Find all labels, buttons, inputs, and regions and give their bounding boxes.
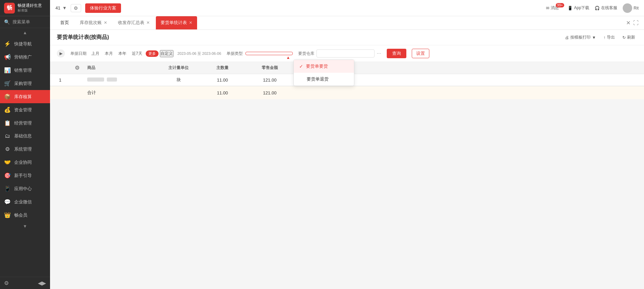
- type-filter-select[interactable]: [245, 52, 293, 55]
- export-label: 导出: [607, 35, 615, 40]
- online-service-label: 在线客服: [601, 5, 617, 11]
- search-menu[interactable]: 🔍 搜索菜单: [0, 16, 50, 28]
- tab-batch-account[interactable]: 库存批次账 ✕: [75, 16, 112, 29]
- row-qty: 11.00: [199, 77, 246, 83]
- tab-order-stats-close[interactable]: ✕: [189, 20, 192, 25]
- sidebar-item-wechat-biz[interactable]: 💬 企业微信: [0, 195, 50, 208]
- tab-collection-summary[interactable]: 收发存汇总表 ✕: [113, 16, 154, 29]
- col-header-unit: 主计量单位: [158, 65, 199, 71]
- nav-label-finance: 资金管理: [14, 107, 32, 113]
- refresh-button[interactable]: ↻ 刷新: [620, 33, 637, 42]
- nav-label-quick-nav: 快捷导航: [14, 41, 32, 47]
- query-button[interactable]: 查询: [387, 49, 406, 58]
- scroll-up-btn[interactable]: ▲: [0, 28, 50, 37]
- sidebar-item-operation[interactable]: 📋 经营管理: [0, 116, 50, 130]
- app-download-button[interactable]: 📱 App下载: [568, 5, 589, 11]
- sidebar-item-base-info[interactable]: 🗂 基础信息: [0, 130, 50, 142]
- type-select-arrow-up-icon: ▲: [286, 55, 290, 60]
- message-badge: 99+: [556, 3, 564, 7]
- date-filter-label: 单据日期: [70, 51, 87, 57]
- sidebar-item-app-center[interactable]: 📱 应用中心: [0, 182, 50, 195]
- purchase-icon: 🛒: [4, 80, 11, 87]
- quick-nav-icon: ⚡: [4, 41, 11, 47]
- nav-label-sales: 销售管理: [14, 67, 32, 73]
- app-download-label: App下载: [574, 5, 589, 11]
- print-dropdown-icon: ▼: [592, 35, 596, 40]
- sidebar-item-enterprise[interactable]: 🤝 企业协同: [0, 156, 50, 169]
- marketing-icon: 📢: [4, 54, 11, 60]
- tab-order-stats[interactable]: 要货单统计表 ✕: [156, 16, 197, 29]
- finance-icon: 💰: [4, 107, 11, 113]
- nav-label-system: 系统管理: [14, 146, 32, 152]
- nav-label-marketing: 营销推广: [14, 54, 32, 60]
- search-icon: 🔍: [4, 19, 10, 25]
- date-btn-7days[interactable]: 近7天: [130, 50, 144, 58]
- wechat-biz-icon: 💬: [4, 199, 11, 205]
- tab-home[interactable]: 首页: [55, 16, 74, 29]
- date-btn-last-month[interactable]: 上月: [89, 50, 101, 58]
- logo-sub: 标准版: [18, 8, 42, 13]
- date-btn-this-year[interactable]: 本年: [116, 50, 128, 58]
- warehouse-input[interactable]: [316, 49, 375, 58]
- date-filter-group: 单据日期 上月 本月 本年 近7天 更多 自定义 2023-05-06 至 20…: [70, 50, 221, 58]
- dropdown-item-order-goods[interactable]: ✓ 要货单要货: [294, 60, 354, 73]
- operation-icon: 📋: [4, 120, 11, 126]
- membership-icon: 👑: [4, 212, 11, 218]
- user-avatar: [623, 3, 632, 13]
- message-button[interactable]: ✉ 消息 99+: [543, 5, 562, 11]
- online-service-button[interactable]: 🎧 在线客服: [595, 5, 617, 11]
- tab-collection-summary-close[interactable]: ✕: [146, 20, 150, 25]
- settings-icon[interactable]: ⚙: [4, 280, 9, 286]
- table-settings-gear-icon[interactable]: ⚙: [75, 65, 79, 71]
- phone-icon: 📱: [568, 6, 573, 10]
- table-footer: 合计 11.00 121.00: [50, 86, 644, 99]
- user-menu[interactable]: Rit: [623, 3, 639, 13]
- check-icon: ✓: [299, 64, 303, 69]
- sidebar-item-inventory[interactable]: 📦 库存核算: [0, 90, 50, 103]
- product-name-placeholder: [87, 77, 104, 82]
- expand-filter-button[interactable]: ▶: [57, 49, 65, 58]
- print-template-button[interactable]: 🖨 按模板打印 ▼: [563, 33, 598, 42]
- nav-label-enterprise: 企业协同: [14, 159, 32, 165]
- nav-label-operation: 经营管理: [14, 120, 32, 126]
- sidebar-item-system[interactable]: ⚙ 系统管理: [0, 142, 50, 156]
- date-range-display: 2023-05-06 至 2023-06-06: [177, 51, 221, 56]
- scroll-down-btn[interactable]: ▼: [0, 222, 50, 231]
- user-name: Rit: [634, 6, 639, 10]
- sidebar-bottom: ⚙ ◀▶: [0, 277, 50, 289]
- filter-settings-button[interactable]: 设置: [412, 49, 429, 58]
- sidebar-item-membership[interactable]: 👑 畅会员: [0, 208, 50, 222]
- nav-label-membership: 畅会员: [14, 212, 27, 218]
- dropdown-item-order-return-label: 要货单退货: [307, 76, 329, 82]
- date-quick-buttons: 上月 本月 本年 近7天 更多 自定义: [89, 50, 173, 58]
- header-gear-button[interactable]: ⚙: [71, 4, 81, 12]
- trial-button[interactable]: 体验行业方案: [85, 3, 121, 13]
- type-filter-group: 单据类型 ▲: [226, 51, 293, 57]
- nav-label-purchase: 采购管理: [14, 81, 32, 87]
- header-right: ✉ 消息 99+ 📱 App下载 🎧 在线客服 Rit: [543, 3, 639, 13]
- maximize-icon[interactable]: ⛶: [633, 20, 639, 26]
- dropdown-item-order-return[interactable]: 要货单退货: [294, 73, 354, 86]
- tab-batch-account-close[interactable]: ✕: [104, 20, 107, 25]
- more-filter-icon[interactable]: ···: [377, 50, 381, 57]
- dropdown-arrow-icon: ▼: [62, 5, 67, 10]
- collapse-sidebar-icon[interactable]: ◀▶: [38, 280, 46, 286]
- nav-label-wechat-biz: 企业微信: [14, 199, 32, 205]
- sidebar-item-guide[interactable]: 🎯 新手引导: [0, 169, 50, 182]
- sidebar-item-quick-nav[interactable]: ⚡ 快捷导航: [0, 37, 50, 50]
- tabs-bar-right: ✕ ⛶: [626, 20, 639, 26]
- top-header: 41 ▼ ⚙ 体验行业方案 ✉ 消息 99+ 📱 App下载 🎧 在线客服 R: [50, 0, 644, 16]
- sales-icon: 📊: [4, 67, 11, 73]
- date-btn-more[interactable]: 更多: [146, 50, 159, 57]
- row-product: [84, 77, 158, 83]
- base-info-icon: 🗂: [4, 133, 11, 139]
- date-btn-this-month[interactable]: 本月: [103, 50, 115, 58]
- export-button[interactable]: ↑ 导出: [601, 33, 617, 42]
- date-btn-custom[interactable]: 自定义: [160, 50, 173, 57]
- sidebar-item-finance[interactable]: 💰 资金管理: [0, 103, 50, 116]
- close-all-tabs-icon[interactable]: ✕: [626, 20, 630, 26]
- shop-selector[interactable]: 41 ▼: [55, 5, 67, 10]
- sidebar-item-purchase[interactable]: 🛒 采购管理: [0, 77, 50, 90]
- sidebar-item-marketing[interactable]: 📢 营销推广: [0, 50, 50, 64]
- sidebar-item-sales[interactable]: 📊 销售管理: [0, 64, 50, 77]
